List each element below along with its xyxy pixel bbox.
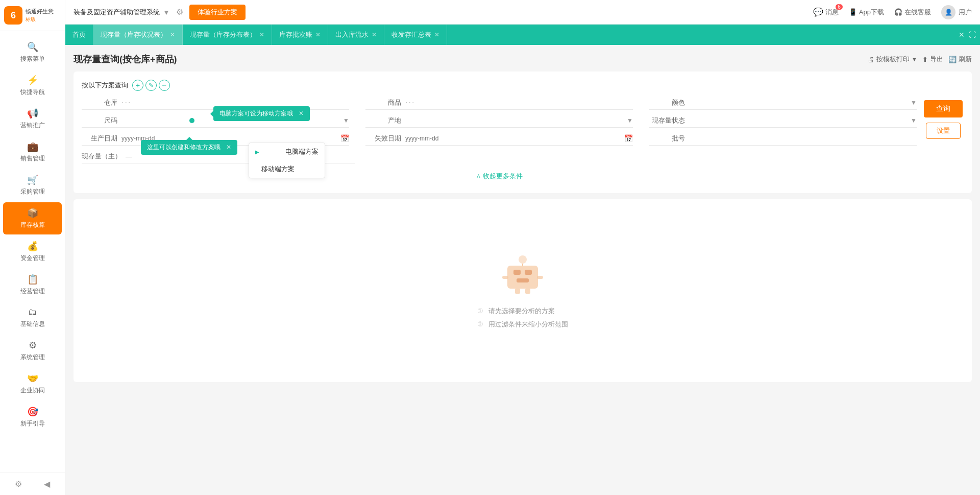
- sidebar-item-collab[interactable]: 🤝 企业协同: [3, 368, 62, 400]
- tab-close-all-icon[interactable]: ✕: [959, 31, 965, 39]
- main-area: 装备及固定资产辅助管理系统 ▼ ⚙ 体验行业方案 💬 6 消息 📱 App下载 …: [65, 0, 980, 495]
- tab-batch-account-label: 库存批次账: [279, 30, 312, 39]
- query-btn[interactable]: 查询: [924, 100, 963, 117]
- logo-icon: 6: [4, 6, 22, 25]
- svg-rect-6: [515, 289, 520, 294]
- empty-tip-1: ① 请先选择要分析的方案: [477, 304, 568, 318]
- edit-scheme-btn[interactable]: ✎: [145, 80, 157, 91]
- filter-row-1: 仓库 ··· 商品 ··· 颜色: [82, 98, 917, 110]
- svg-rect-0: [507, 266, 538, 289]
- management-icon: 📋: [27, 274, 38, 285]
- reset-btn[interactable]: 设置: [926, 123, 961, 139]
- sidebar-label-finance: 资金管理: [20, 254, 45, 263]
- scheme-desktop[interactable]: ▶ 电脑端方案: [249, 143, 325, 160]
- sidebar-label-guide: 新手引导: [20, 419, 45, 428]
- color-value[interactable]: ▼: [689, 99, 917, 106]
- warehouse-dots-btn[interactable]: ···: [121, 98, 131, 107]
- origin-label: 产地: [365, 116, 401, 125]
- stock-status-value[interactable]: ▼: [689, 117, 917, 124]
- print-btn[interactable]: 🖨 按模板打印 ▼: [868, 55, 917, 64]
- logo-area: 6 畅通好生意 标版: [0, 0, 65, 31]
- export-btn[interactable]: ⬆ 导出: [922, 55, 943, 64]
- tab-summary[interactable]: 收发存汇总表 ✕: [384, 25, 447, 45]
- tab-inventory-distribution[interactable]: 现存量（库存分布表） ✕: [183, 25, 272, 45]
- empty-tips: ① 请先选择要分析的方案 ② 用过滤条件来缩小分析范围: [477, 304, 568, 331]
- tooltip-2-close[interactable]: ✕: [226, 144, 231, 151]
- tab-home[interactable]: 首页: [65, 25, 93, 45]
- online-service-label: 在线客服: [904, 8, 931, 17]
- refresh-btn[interactable]: 🔄 刷新: [948, 55, 972, 64]
- filter-section: 按以下方案查询 + ✎ ← ▶ 电脑端方案 移动端方案: [74, 72, 972, 193]
- settings-icon[interactable]: ⚙: [15, 479, 22, 489]
- collapse-icon[interactable]: ◀: [44, 479, 50, 489]
- add-scheme-btn[interactable]: +: [132, 80, 143, 91]
- sidebar-footer: ⚙ ◀: [0, 473, 65, 495]
- tab-batch-account[interactable]: 库存批次账 ✕: [272, 25, 328, 45]
- tab-close-inventory-status[interactable]: ✕: [170, 31, 175, 38]
- empty-tip-1-text: 请先选择要分析的方案: [488, 307, 555, 315]
- tab-close-summary[interactable]: ✕: [434, 31, 439, 38]
- stock-main-label: 现存量（主）: [82, 152, 121, 161]
- goods-dots-btn[interactable]: ···: [405, 98, 415, 107]
- tab-expand-icon[interactable]: ⛶: [969, 31, 976, 39]
- expire-date-field: 失效日期 📅: [365, 134, 633, 146]
- sidebar-label-inventory: 库存核算: [20, 221, 45, 229]
- sidebar-item-system[interactable]: ⚙ 系统管理: [3, 335, 62, 367]
- refresh-label: 刷新: [959, 55, 972, 64]
- tabbar: 首页 现存量（库存状况表） ✕ 现存量（库存分布表） ✕ 库存批次账 ✕ 出入库…: [65, 25, 980, 45]
- collapse-arrow: ∧: [476, 172, 483, 180]
- sidebar: 6 畅通好生意 标版 🔍 搜索菜单 ⚡ 快捷导航 📢 营销推广 💼 销售管理 🛒…: [0, 0, 65, 495]
- sidebar-item-management[interactable]: 📋 经营管理: [3, 269, 62, 301]
- online-service-btn[interactable]: 🎧 在线客服: [894, 8, 931, 17]
- inventory-icon: 📦: [27, 207, 38, 219]
- tab-flow[interactable]: 出入库流水 ✕: [328, 25, 384, 45]
- sidebar-label-purchase: 采购管理: [20, 187, 45, 196]
- sidebar-item-sales[interactable]: 💼 销售管理: [3, 136, 62, 168]
- app-download-btn[interactable]: 📱 App下载: [849, 8, 884, 17]
- tooltip-1-close[interactable]: ✕: [299, 110, 304, 117]
- export-icon: ⬆: [922, 56, 928, 63]
- user-area[interactable]: 👤 用户: [941, 5, 972, 19]
- collapse-btn[interactable]: ∧ 收起更多条件: [82, 168, 917, 185]
- tab-home-label: 首页: [72, 30, 86, 39]
- scheme-mobile[interactable]: 移动端方案: [249, 160, 325, 178]
- sidebar-item-inventory[interactable]: 📦 库存核算: [3, 202, 62, 234]
- industry-btn[interactable]: 体验行业方案: [189, 5, 246, 20]
- expire-date-calendar-icon[interactable]: 📅: [624, 134, 633, 143]
- sidebar-item-guide[interactable]: 🎯 新手引导: [3, 401, 62, 433]
- tab-close-flow[interactable]: ✕: [372, 31, 377, 38]
- empty-tip-2: ② 用过滤条件来缩小分析范围: [477, 318, 568, 331]
- scheme-mobile-label: 移动端方案: [261, 164, 295, 174]
- sidebar-item-finance[interactable]: 💰 资金管理: [3, 235, 62, 268]
- produce-date-label: 生产日期: [82, 134, 117, 143]
- tooltip-create-scheme: 这里可以创建和修改方案哦 ✕: [141, 140, 237, 155]
- purchase-icon: 🛒: [27, 174, 38, 185]
- filter-header-btns: + ✎ ←: [132, 80, 170, 91]
- refresh-icon: 🔄: [948, 56, 957, 63]
- size-label: 尺码: [82, 116, 117, 125]
- tab-close-inventory-distribution[interactable]: ✕: [259, 31, 264, 38]
- sidebar-item-search[interactable]: 🔍 搜索菜单: [3, 36, 62, 68]
- system-dropdown-icon[interactable]: ▼: [163, 8, 170, 16]
- sidebar-label-search: 搜索菜单: [20, 55, 45, 63]
- tab-close-batch-account[interactable]: ✕: [315, 31, 321, 38]
- origin-value[interactable]: ▼: [405, 117, 633, 124]
- settings-gear-btn[interactable]: ⚙: [176, 7, 183, 17]
- notice-btn[interactable]: 💬 6 消息: [813, 7, 839, 17]
- headset-icon: 🎧: [894, 8, 902, 16]
- sidebar-item-purchase[interactable]: 🛒 采购管理: [3, 169, 62, 201]
- warehouse-label: 仓库: [82, 98, 117, 107]
- print-arrow: ▼: [912, 56, 917, 62]
- sidebar-item-quick-nav[interactable]: ⚡ 快捷导航: [3, 69, 62, 102]
- back-scheme-btn[interactable]: ←: [159, 80, 170, 91]
- sidebar-item-marketing[interactable]: 📢 营销推广: [3, 103, 62, 135]
- tab-inventory-status-label: 现存量（库存状况表）: [101, 30, 167, 39]
- produce-date-calendar-icon[interactable]: 📅: [340, 134, 349, 143]
- svg-rect-4: [502, 276, 508, 279]
- sidebar-item-basic-info[interactable]: 🗂 基础信息: [3, 302, 62, 334]
- expire-date-from-input[interactable]: [405, 135, 622, 142]
- tab-inventory-status[interactable]: 现存量（库存状况表） ✕: [93, 25, 183, 45]
- sidebar-label-sales: 销售管理: [20, 154, 45, 163]
- svg-rect-7: [525, 289, 530, 294]
- collab-icon: 🤝: [27, 373, 38, 384]
